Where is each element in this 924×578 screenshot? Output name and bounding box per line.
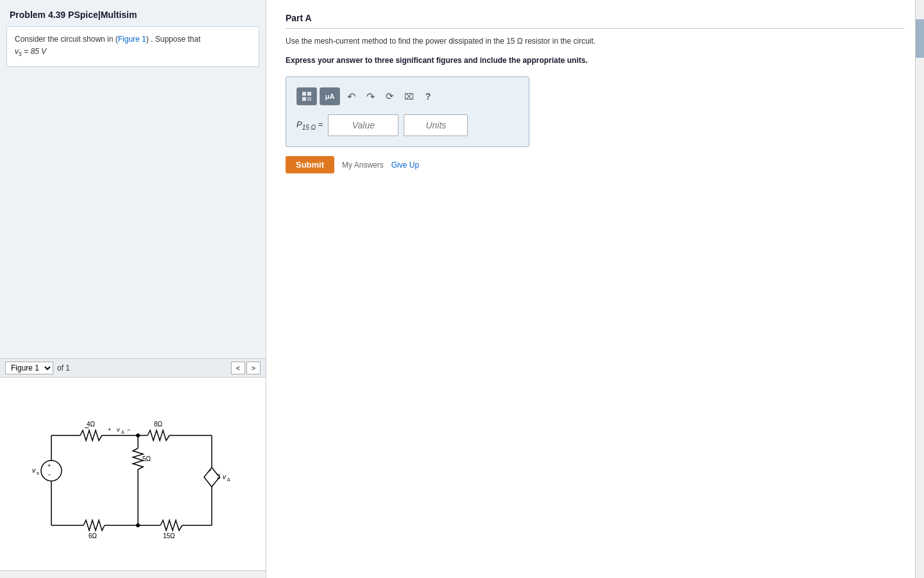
instruction-text: Express your answer to three significant…: [286, 55, 905, 66]
svg-rect-36: [302, 92, 306, 96]
svg-rect-39: [307, 97, 311, 101]
right-panel: Part A Use the mesh-current method to fi…: [266, 0, 924, 578]
svg-text:−: −: [127, 426, 130, 433]
svg-text:s: s: [37, 470, 39, 476]
figure-link[interactable]: Figure 1: [118, 35, 146, 44]
left-panel: Problem 4.39 PSpice|Multisim Consider th…: [0, 0, 266, 578]
svg-point-35: [136, 523, 140, 527]
give-up-link[interactable]: Give Up: [391, 161, 419, 170]
svg-text:+: +: [47, 462, 51, 469]
svg-text:Δ: Δ: [227, 477, 230, 482]
keyboard-button[interactable]: ⌧: [400, 87, 417, 105]
mu-icon: μA: [325, 92, 335, 100]
help-button[interactable]: ?: [420, 87, 436, 105]
redo-icon: ↷: [366, 91, 375, 103]
help-icon: ?: [425, 91, 431, 101]
undo-button[interactable]: ↶: [343, 87, 359, 105]
desc-text1: Consider the circuit shown in (: [15, 35, 118, 44]
desc-text2: ) . Suppose that: [146, 35, 201, 44]
toolbar: μA ↶ ↷ ⟳ ⌧ ?: [296, 87, 518, 105]
figure-of: of 1: [57, 363, 70, 372]
svg-text:v: v: [117, 426, 120, 433]
redo-button[interactable]: ↷: [362, 87, 379, 105]
svg-text:8Ω: 8Ω: [154, 421, 163, 428]
grid-icon-button[interactable]: [296, 87, 317, 105]
value-input[interactable]: [328, 114, 398, 136]
svg-text:+: +: [209, 468, 212, 473]
svg-text:−: −: [47, 471, 51, 478]
undo-icon: ↶: [347, 91, 355, 103]
my-answers-link[interactable]: My Answers: [342, 161, 384, 170]
scrollbar[interactable]: [915, 0, 924, 578]
spacer: [0, 73, 266, 358]
circuit-diagram: + − v s + v Δ − 4Ω: [19, 403, 237, 557]
figure-scrollbar[interactable]: [0, 570, 266, 578]
keyboard-icon: ⌧: [404, 92, 414, 101]
svg-point-34: [136, 434, 140, 437]
mu-button[interactable]: μA: [320, 87, 340, 105]
figure-next-button[interactable]: >: [246, 362, 261, 374]
figure-prev-button[interactable]: <: [231, 362, 245, 374]
svg-point-1: [41, 460, 62, 481]
refresh-button[interactable]: ⟳: [381, 87, 398, 105]
svg-text:5Ω: 5Ω: [142, 455, 151, 462]
desc-math: vs = 85 V: [15, 47, 46, 56]
grid-icon: [301, 91, 312, 102]
figure-panel: Figure 1 of 1 < >: [0, 358, 266, 578]
problem-title: Problem 4.39 PSpice|Multisim: [0, 0, 266, 26]
input-row: P15 Ω =: [296, 114, 518, 136]
figure-nav-group: < >: [231, 362, 261, 374]
problem-description: Consider the circuit shown in (Figure 1)…: [6, 26, 259, 67]
svg-text:6Ω: 6Ω: [89, 532, 98, 539]
input-label: P15 Ω =: [296, 119, 323, 131]
svg-rect-38: [302, 97, 306, 101]
svg-rect-37: [307, 92, 311, 96]
svg-text:v: v: [32, 466, 37, 474]
submit-button[interactable]: Submit: [286, 156, 334, 173]
units-input[interactable]: [404, 114, 468, 136]
refresh-icon: ⟳: [386, 91, 394, 102]
svg-text:15Ω: 15Ω: [163, 532, 175, 539]
svg-text:4Ω: 4Ω: [87, 421, 96, 428]
svg-text:+: +: [108, 426, 111, 433]
part-label: Part A: [286, 13, 905, 29]
svg-text:v: v: [223, 473, 227, 480]
svg-text:Δ: Δ: [121, 430, 124, 434]
svg-text:3: 3: [217, 473, 221, 480]
figure-header: Figure 1 of 1 < >: [0, 359, 266, 378]
figure-select[interactable]: Figure 1: [5, 362, 53, 374]
submit-row: Submit My Answers Give Up: [286, 156, 905, 173]
answer-box: μA ↶ ↷ ⟳ ⌧ ? P15 Ω =: [286, 76, 529, 147]
figure-canvas: + − v s + v Δ − 4Ω: [0, 378, 266, 570]
question-text: Use the mesh-current method to find the …: [286, 35, 905, 47]
scrollbar-thumb[interactable]: [916, 19, 924, 58]
